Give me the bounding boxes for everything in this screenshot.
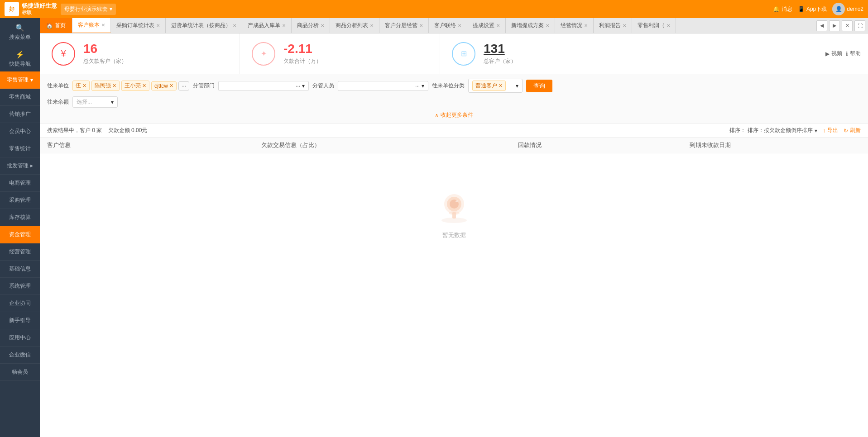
- sidebar-item-app-center[interactable]: 应用中心: [0, 329, 40, 347]
- chevron-down-unit-class: ▾: [516, 83, 518, 89]
- stat-label-customers: 总欠款客户（家）: [83, 57, 127, 65]
- tab-close-customer-tier[interactable]: ✕: [419, 23, 423, 28]
- unit-filter-tags: 伍 ✕ 陈民强 ✕ 王小亮 ✕ cjttcw ✕: [72, 81, 189, 91]
- unit-class-tag[interactable]: 普通客户 ✕: [472, 81, 506, 91]
- stat-value-debt: -2.11: [283, 42, 321, 56]
- tab-product-instock[interactable]: 产成品入库单 ✕: [242, 18, 292, 33]
- filter-tag-wu[interactable]: 伍 ✕: [72, 81, 90, 91]
- export-button[interactable]: ↑ 导出: [823, 127, 838, 134]
- filter-tag-wang[interactable]: 王小亮 ✕: [121, 81, 149, 91]
- balance-filter-select[interactable]: 选择... ▾: [72, 96, 118, 108]
- remove-unit-class-tag[interactable]: ✕: [499, 83, 503, 89]
- bell-icon: 🔔: [773, 6, 780, 12]
- sidebar-item-inventory[interactable]: 库存核算: [0, 209, 40, 226]
- sidebar-item-enterprise-wechat[interactable]: 企业微信: [0, 347, 40, 364]
- tab-close-all[interactable]: ✕: [842, 20, 853, 31]
- sidebar-item-enterprise-coop[interactable]: 企业协同: [0, 295, 40, 312]
- dept-filter-select[interactable]: ··· ▾: [218, 81, 309, 91]
- sidebar-item-retail[interactable]: 零售管理 ▾: [0, 71, 40, 89]
- tab-retail-profit[interactable]: 零售利润（ ✕: [632, 18, 676, 33]
- tab-close-purchase-stats[interactable]: ✕: [233, 23, 236, 28]
- tab-purchase-order[interactable]: 采购订单统计表 ✕: [111, 18, 166, 33]
- tab-customer-balance[interactable]: 客户账本 ✕: [72, 18, 111, 33]
- sidebar-item-vip-member[interactable]: 畅会员: [0, 364, 40, 381]
- sidebar-item-ecommerce[interactable]: 电商管理: [0, 175, 40, 192]
- tab-close-purchase-order[interactable]: ✕: [156, 23, 160, 28]
- tab-close-product-analysis-list[interactable]: ✕: [370, 23, 374, 28]
- debt-value: 0.00元: [131, 127, 147, 133]
- tab-close-retail-profit[interactable]: ✕: [667, 23, 670, 28]
- tab-close-add-solution[interactable]: ✕: [546, 23, 549, 28]
- message-label: 消息: [782, 5, 792, 13]
- unit-class-filter-select[interactable]: 普通客户 ✕ ▾: [468, 79, 523, 93]
- message-button[interactable]: 🔔 消息: [773, 5, 792, 13]
- tab-reminder-settings[interactable]: 提成设置 ✕: [467, 18, 506, 33]
- store-selector[interactable]: 母婴行业演示账套 ▾: [61, 4, 116, 15]
- debt-circle-icon: ✦: [252, 42, 275, 66]
- tab-profit-report[interactable]: 利润报告 ✕: [594, 18, 632, 33]
- stat-icon-customers: ¥: [51, 41, 76, 66]
- search-menu-button[interactable]: 🔍 搜索菜单: [0, 18, 40, 47]
- sidebar-item-finance[interactable]: 资金管理: [0, 226, 40, 243]
- sidebar-item-retail-stats[interactable]: 零售统计: [0, 140, 40, 157]
- sidebar-item-wholesale[interactable]: 批发管理 ▸: [0, 157, 40, 175]
- stat-block-customers: ¥ 16 总欠款客户（家）: [40, 33, 240, 74]
- tab-business-status[interactable]: 经营情况 ✕: [555, 18, 594, 33]
- svg-point-4: [456, 200, 458, 202]
- user-name: demo2: [847, 6, 863, 12]
- sidebar-item-system[interactable]: 系统管理: [0, 278, 40, 295]
- tab-scroll-left[interactable]: ◀: [816, 20, 827, 31]
- sort-select[interactable]: 排序： 排序：按欠款金额倒序排序 ▾: [729, 127, 817, 134]
- export-icon: ↑: [823, 128, 825, 134]
- content-area: ¥ 16 总欠款客户（家） ✦ -2.11 欠款合计（万）: [40, 33, 868, 437]
- tab-close-profit-report[interactable]: ✕: [623, 23, 626, 28]
- tab-close-product-analysis[interactable]: ✕: [321, 23, 324, 28]
- tab-product-analysis[interactable]: 商品分析 ✕: [292, 18, 330, 33]
- tab-add-solution[interactable]: 新增提成方案 ✕: [506, 18, 555, 33]
- video-button[interactable]: ▶ 视频: [825, 50, 842, 57]
- tab-customer-tier[interactable]: 客户分层经营 ✕: [379, 18, 429, 33]
- sidebar-item-quick-nav[interactable]: ⚡ 快捷导航: [0, 47, 40, 71]
- stat-label-total: 总客户（家）: [484, 57, 516, 65]
- remove-chen-tag[interactable]: ✕: [112, 83, 116, 89]
- sidebar-item-purchase[interactable]: 采购管理: [0, 192, 40, 209]
- sidebar-item-retail-mall[interactable]: 零售商城: [0, 89, 40, 106]
- stat-info-customers: 16 总欠款客户（家）: [83, 42, 127, 66]
- sidebar: 🔍 搜索菜单 ⚡ 快捷导航 零售管理 ▾ 零售商城 营销推广 会员中心 零售统计…: [0, 18, 40, 437]
- refresh-button[interactable]: ↻ 刷新: [844, 127, 861, 134]
- user-profile[interactable]: 👤 demo2: [832, 3, 863, 15]
- sidebar-item-member[interactable]: 会员中心: [0, 123, 40, 140]
- person-filter-select[interactable]: ··· ▾: [338, 81, 428, 91]
- tab-home[interactable]: 🏠 首页: [40, 18, 72, 33]
- tab-fullscreen[interactable]: ⛶: [854, 20, 865, 31]
- sidebar-item-marketing[interactable]: 营销推广: [0, 106, 40, 123]
- collapse-button[interactable]: ∧ 收起更多条件: [435, 111, 473, 119]
- filter-tag-cjttcw[interactable]: cjttcw ✕: [151, 81, 177, 90]
- customers-circle-icon: ¥: [52, 42, 75, 66]
- filter-tag-chen[interactable]: 陈民强 ✕: [91, 81, 120, 91]
- tab-purchase-stats[interactable]: 进货单统计表（按商品） ✕: [166, 18, 242, 33]
- sidebar-item-basic-info[interactable]: 基础信息: [0, 261, 40, 278]
- tab-scroll-right[interactable]: ▶: [829, 20, 840, 31]
- sidebar-item-operation[interactable]: 经营管理: [0, 243, 40, 261]
- tab-product-analysis-list[interactable]: 商品分析列表 ✕: [330, 18, 379, 33]
- remove-wu-tag[interactable]: ✕: [82, 83, 86, 89]
- stat-value-customers: 16: [83, 42, 127, 56]
- stat-block-total-customers: ⊞ 131 总客户（家）: [440, 33, 640, 74]
- app-download-button[interactable]: 📱 App下载: [798, 5, 827, 13]
- tab-close-product-instock[interactable]: ✕: [282, 23, 286, 28]
- query-button[interactable]: 查询: [526, 80, 552, 92]
- tab-close-reminder-settings[interactable]: ✕: [496, 23, 500, 28]
- tab-close-customer-contact[interactable]: ✕: [458, 23, 461, 28]
- sidebar-item-new-guide[interactable]: 新手引导: [0, 312, 40, 329]
- stat-actions: ▶ 视频 ℹ 帮助: [818, 33, 868, 74]
- balance-filter-label: 往来余额: [47, 98, 69, 106]
- help-button[interactable]: ℹ 帮助: [846, 50, 861, 57]
- tab-close-customer-balance[interactable]: ✕: [101, 23, 105, 28]
- remove-cjttcw-tag[interactable]: ✕: [169, 83, 173, 89]
- tab-close-business-status[interactable]: ✕: [584, 23, 588, 28]
- more-tags-button[interactable]: ···: [178, 81, 189, 90]
- remove-wang-tag[interactable]: ✕: [142, 83, 146, 89]
- tab-customer-contact[interactable]: 客户联络 ✕: [429, 18, 467, 33]
- stat-block-debt: ✦ -2.11 欠款合计（万）: [240, 33, 440, 74]
